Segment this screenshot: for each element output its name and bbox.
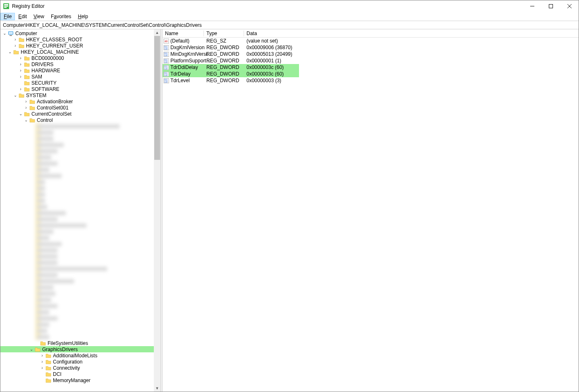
scroll-thumb[interactable]: [154, 36, 160, 160]
tree-node-hklm[interactable]: ⌄HKEY_LOCAL_MACHINE: [0, 49, 154, 55]
redacted-tree-items: [0, 123, 154, 340]
chevron-down-icon[interactable]: ⌄: [2, 31, 7, 36]
folder-icon: [19, 43, 24, 49]
tree-node-hkcu[interactable]: ›HKEY_CURRENT_USER: [0, 43, 154, 49]
chevron-right-icon[interactable]: ›: [18, 87, 23, 92]
tree-node-drivers[interactable]: ›DRIVERS: [0, 61, 154, 67]
tree-node-graphicsdrivers[interactable]: ⌄GraphicsDrivers: [0, 346, 154, 352]
registry-editor-window: Registry Editor File Edit View Favorites…: [0, 0, 579, 392]
value-row[interactable]: 011110MinDxgKrnlVersi...REG_DWORD0x00005…: [163, 51, 579, 57]
tree-node-label: GraphicsDrivers: [42, 347, 78, 352]
chevron-right-icon[interactable]: ›: [40, 359, 45, 364]
tree-node-label: Connectivity: [53, 365, 80, 371]
address-bar[interactable]: Computer\HKEY_LOCAL_MACHINE\SYSTEM\Curre…: [0, 21, 579, 29]
value-row[interactable]: ab(Default)REG_SZ(value not set): [163, 38, 579, 44]
tree-node-hardware[interactable]: ›HARDWARE: [0, 67, 154, 74]
tree-node-filesystemutilities[interactable]: ›FileSystemUtilities: [0, 340, 154, 346]
scroll-down-icon[interactable]: ▼: [154, 385, 160, 392]
menu-file[interactable]: File: [0, 13, 15, 20]
folder-icon: [45, 378, 51, 383]
value-name-cell: 011110TdrDdiDelay: [163, 64, 204, 70]
svg-text:110: 110: [164, 48, 168, 50]
chevron-right-icon[interactable]: ›: [18, 62, 23, 67]
value-row[interactable]: 011110TdrDelayREG_DWORD0x0000003c (60): [163, 71, 299, 77]
tree-node-security[interactable]: ›SECURITY: [0, 80, 154, 86]
value-row[interactable]: 011110TdrLevelREG_DWORD0x00000003 (3): [163, 77, 579, 84]
tree-node-sam[interactable]: ›SAM: [0, 74, 154, 80]
value-data-cell: 0x00005013 (20499): [244, 51, 579, 57]
tree-node-label: Computer: [15, 31, 37, 36]
folder-icon: [19, 93, 24, 98]
content-area: ⌄ Computer ›HKEY_CLASSES_ROOT ›HKEY_CURR…: [0, 29, 579, 392]
chevron-down-icon[interactable]: ⌄: [18, 112, 23, 116]
tree-node-system[interactable]: ⌄SYSTEM: [0, 92, 154, 98]
menu-view[interactable]: View: [30, 13, 48, 20]
folder-icon: [29, 99, 35, 105]
tree-node-controlset001[interactable]: ›ControlSet001: [0, 105, 154, 111]
chevron-right-icon[interactable]: ›: [24, 105, 29, 110]
tree-node-dci[interactable]: ›DCI: [0, 371, 154, 377]
value-row[interactable]: 011110PlatformSupport...REG_DWORD0x00000…: [163, 57, 579, 64]
tree-node-label: HKEY_CURRENT_USER: [26, 43, 83, 49]
column-headers: Name Type Data: [163, 29, 579, 38]
chevron-down-icon[interactable]: ⌄: [13, 93, 18, 98]
value-data-cell: 0x00009006 (36870): [244, 45, 579, 50]
tree-node-label: FileSystemUtilities: [48, 340, 88, 346]
minimize-button[interactable]: [523, 0, 541, 12]
window-title: Registry Editor: [12, 3, 523, 9]
value-type-cell: REG_DWORD: [204, 45, 244, 50]
tree-node-label: HKEY_CLASSES_ROOT: [26, 37, 82, 43]
tree-node-computer[interactable]: ⌄ Computer: [0, 30, 154, 36]
registry-tree[interactable]: ⌄ Computer ›HKEY_CLASSES_ROOT ›HKEY_CURR…: [0, 29, 154, 392]
svg-text:ab: ab: [165, 40, 168, 43]
svg-rect-2: [4, 6, 8, 7]
value-row[interactable]: 011110TdrDdiDelayREG_DWORD0x0000003c (60…: [163, 64, 299, 71]
menu-favorites[interactable]: Favorites: [48, 13, 74, 20]
chevron-right-icon[interactable]: ›: [13, 43, 18, 48]
chevron-right-icon[interactable]: ›: [18, 56, 23, 61]
chevron-right-icon[interactable]: ›: [18, 68, 23, 73]
value-name: DxgKrnlVersion: [170, 45, 205, 50]
column-header-type[interactable]: Type: [204, 31, 244, 36]
tree-node-label: Control: [37, 117, 53, 123]
chevron-down-icon[interactable]: ⌄: [29, 347, 34, 352]
tree-node-configuration[interactable]: ›Configuration: [0, 359, 154, 365]
value-row[interactable]: 011110DxgKrnlVersionREG_DWORD0x00009006 …: [163, 44, 579, 51]
chevron-right-icon[interactable]: ›: [24, 99, 29, 104]
chevron-down-icon[interactable]: ⌄: [24, 118, 29, 123]
binary-value-icon: 011110: [163, 51, 169, 57]
regedit-icon: [3, 3, 10, 10]
menu-help[interactable]: Help: [74, 13, 91, 20]
svg-text:110: 110: [164, 67, 168, 70]
chevron-right-icon[interactable]: ›: [40, 366, 45, 371]
tree-node-label: ActivationBroker: [37, 99, 73, 105]
tree-node-connectivity[interactable]: ›Connectivity: [0, 365, 154, 371]
values-pane: Name Type Data ab(Default)REG_SZ(value n…: [163, 29, 579, 392]
scroll-up-icon[interactable]: ▲: [154, 29, 160, 36]
tree-node-control[interactable]: ⌄Control: [0, 117, 154, 123]
tree-node-label: SOFTWARE: [31, 86, 60, 92]
tree-node-label: MemoryManager: [53, 378, 91, 383]
tree-scrollbar[interactable]: ▲ ▼: [154, 29, 160, 392]
menu-edit[interactable]: Edit: [15, 13, 30, 20]
chevron-right-icon[interactable]: ›: [13, 37, 18, 42]
chevron-right-icon[interactable]: ›: [40, 353, 45, 358]
tree-node-label: DRIVERS: [31, 62, 53, 67]
column-header-data[interactable]: Data: [244, 31, 579, 36]
binary-value-icon: 011110: [163, 58, 169, 64]
folder-icon: [13, 49, 19, 55]
maximize-button[interactable]: [541, 0, 560, 12]
close-button[interactable]: [560, 0, 579, 12]
folder-icon: [35, 347, 41, 352]
column-header-name[interactable]: Name: [163, 31, 204, 36]
tree-node-currentcontrolset[interactable]: ⌄CurrentControlSet: [0, 111, 154, 117]
tree-node-software[interactable]: ›SOFTWARE: [0, 86, 154, 92]
chevron-down-icon[interactable]: ⌄: [7, 50, 12, 55]
tree-node-additionalmodelists[interactable]: ›AdditionalModeLists: [0, 352, 154, 359]
chevron-right-icon[interactable]: ›: [18, 74, 23, 79]
tree-node-hkcr[interactable]: ›HKEY_CLASSES_ROOT: [0, 36, 154, 43]
tree-node-bcd[interactable]: ›BCD00000000: [0, 55, 154, 61]
tree-node-memorymanager[interactable]: ›MemoryManager: [0, 377, 154, 383]
tree-node-activationbroker[interactable]: ›ActivationBroker: [0, 98, 154, 105]
folder-icon: [45, 359, 51, 365]
